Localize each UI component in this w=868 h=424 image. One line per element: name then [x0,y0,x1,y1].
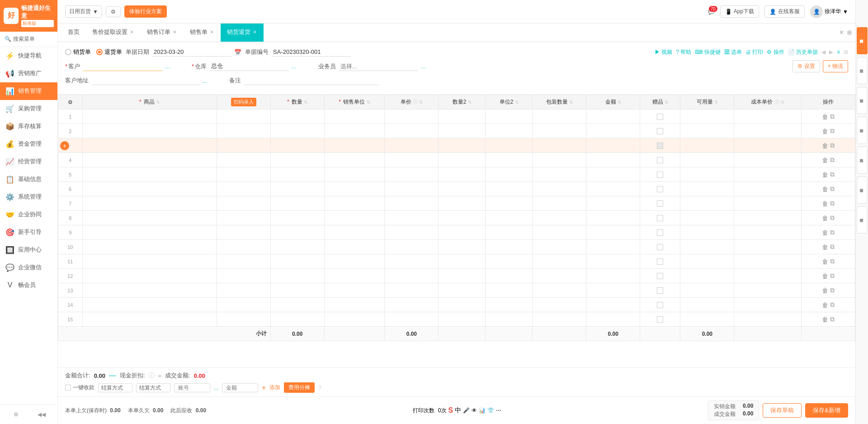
sidebar-item-member[interactable]: V 畅会员 [0,276,57,294]
sort-goods-icon[interactable]: ⇅ [156,100,160,105]
one-click-checkbox[interactable] [65,385,71,391]
sidebar-search[interactable]: 🔍 搜索菜单 [0,32,57,47]
copy-icon[interactable]: ⧉ [830,214,835,222]
gift-checkbox[interactable] [657,302,663,308]
copy-icon[interactable]: ⧉ [830,113,835,120]
delete-icon[interactable]: 🗑 [822,157,828,164]
sort-qty-icon[interactable]: ⇅ [304,100,307,105]
user-info[interactable]: 👤 徐泽华 ▼ [810,5,848,18]
toolbar-print-icon[interactable]: 🖨 打印 [745,48,763,56]
delete-icon[interactable]: 🗑 [822,113,828,120]
goods-cell[interactable] [82,124,217,138]
sidebar-item-inventory[interactable]: 📦 库存核算 [0,118,57,135]
toolbar-help-icon[interactable]: ? 帮助 [676,48,691,56]
tab-sales-order-close[interactable]: × [172,29,177,35]
right-btn-1[interactable]: ◼ [857,27,868,54]
sort-amount-icon[interactable]: ⇅ [618,100,621,105]
right-btn-5[interactable]: ◼ [857,147,868,174]
calendar-icon[interactable]: 📅 [234,49,241,56]
right-btn-6[interactable]: ◼ [857,176,868,204]
toolbar-shortcut-icon[interactable]: ⌨ 快捷键 [695,48,720,56]
delete-icon[interactable]: 🗑 [822,171,828,178]
message-btn[interactable]: 💬 70 [708,9,715,15]
gift-checkbox[interactable] [657,215,663,221]
warehouse-input[interactable] [209,62,289,71]
discount-info-icon[interactable]: ⓘ [149,372,155,380]
tab-close-all-btn[interactable]: × [838,27,845,38]
add-payment-btn[interactable]: + [262,384,266,392]
add-row-btn[interactable]: + [60,141,69,150]
tab-sales-close[interactable]: × [209,29,214,35]
unit2-cell[interactable] [486,110,533,124]
settings-icon-btn[interactable]: ⚙ [106,6,121,17]
copy-icon[interactable]: ⧉ [830,127,835,135]
copy-icon[interactable]: ⧉ [830,315,835,323]
toolbar-operate-icon[interactable]: ⚙ 操作 [767,48,784,56]
one-click-label[interactable]: 一键收款 [65,384,94,391]
bank-dots-btn[interactable]: ... [214,385,218,391]
copy-icon[interactable]: ⧉ [830,272,835,280]
tab-sales-return[interactable]: 销货退货 × [221,24,264,42]
sidebar-item-enterprise[interactable]: 🤝 企业协同 [0,206,57,224]
view-grid-icon[interactable]: ⊞ [844,49,848,55]
footer-icon-table[interactable]: 📊 [479,407,486,414]
address-input[interactable] [91,76,200,85]
copy-icon[interactable]: ⧉ [830,257,835,265]
toolbar-video-icon[interactable]: ▶ 视频 [655,48,672,56]
footer-icon-more[interactable]: ⋯ [496,407,501,414]
copy-icon[interactable]: ⧉ [830,156,835,164]
sort-pack-icon[interactable]: ⇅ [569,100,573,105]
delete-icon[interactable]: 🗑 [822,243,828,251]
fee-split-btn[interactable]: 费用分摊 [284,382,315,393]
sidebar-item-operations[interactable]: 📈 经营管理 [0,153,57,171]
sort-gift-icon[interactable]: ⇅ [665,100,668,105]
copy-icon[interactable]: ⧉ [830,229,835,236]
right-btn-2[interactable]: ◼ [857,57,868,84]
right-btn-3[interactable]: ◼ [857,87,868,114]
tab-price-settings-close[interactable]: × [129,29,134,35]
settle-method-select[interactable]: 结算方式 [98,383,132,392]
delete-icon[interactable]: 🗑 [822,301,828,309]
tab-sales[interactable]: 销售单 × [184,24,221,42]
copy-icon[interactable]: ⧉ [830,200,835,207]
nav-prev-icon[interactable]: ◀ [821,49,826,55]
radio-sale[interactable]: 销货单 [65,48,91,56]
delete-icon[interactable]: 🗑 [822,272,828,280]
sidebar-item-marketing[interactable]: 📢 营销推广 [0,65,57,82]
delete-icon[interactable]: 🗑 [822,214,828,222]
view-list-icon[interactable]: ≡ [837,49,840,55]
tab-home[interactable]: 首页 [61,24,86,42]
app-download-btn[interactable]: 📱 App下载 [720,5,759,18]
sidebar-item-basic[interactable]: 📋 基础信息 [0,171,57,188]
amount-input[interactable] [222,383,258,392]
col-scan[interactable]: 扫码录入 [217,95,270,110]
footer-icon-shirt[interactable]: 👕 [487,407,494,414]
address-select-btn[interactable]: ... [203,77,208,84]
gift-checkbox[interactable] [657,172,663,178]
salesperson-input[interactable] [339,62,418,71]
form-settings-btn[interactable]: ⚙ 设置 [793,60,820,72]
online-service-btn[interactable]: 👤 在线客服 [764,5,805,18]
sort-unit-icon[interactable]: ⇅ [367,100,370,105]
sidebar-item-apps[interactable]: 🔲 应用中心 [0,241,57,259]
tab-sales-return-close[interactable]: × [252,29,257,35]
copy-icon[interactable]: ⧉ [830,185,835,193]
bank-account-input[interactable] [174,383,210,392]
save-draft-btn[interactable]: 保存草稿 [763,403,802,418]
amount-cell[interactable] [586,110,640,124]
sort-unit2-icon[interactable]: ⇅ [515,100,519,105]
warehouse-select-btn[interactable]: ... [292,63,297,70]
customer-input[interactable] [83,62,162,71]
calc-method-select[interactable]: 结算方式 [136,383,170,392]
col-settings[interactable]: ⚙ [58,95,83,110]
gift-checkbox[interactable] [657,186,663,192]
sidebar-collapse-btn[interactable]: ◀◀ [30,410,53,419]
gift-checkbox[interactable] [657,316,663,323]
delete-icon[interactable]: 🗑 [822,142,828,149]
gift-checkbox[interactable] [657,273,663,279]
delete-icon[interactable]: 🗑 [822,128,828,135]
gift-checkbox[interactable] [657,200,663,207]
right-btn-4[interactable]: ◼ [857,117,868,144]
copy-icon[interactable]: ⧉ [830,243,835,251]
fee-help-icon[interactable]: ? [318,385,321,391]
